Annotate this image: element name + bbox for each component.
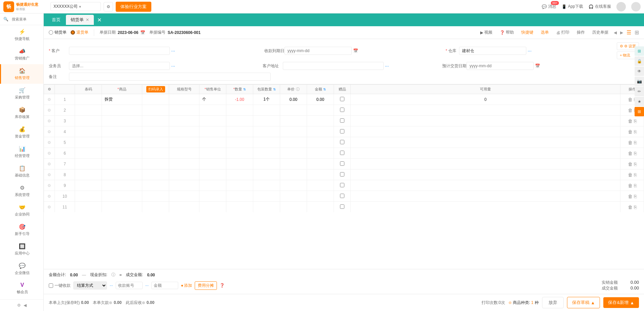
row-qty[interactable] <box>226 105 253 116</box>
row-pack-qty[interactable] <box>253 159 280 169</box>
estimated-date-input[interactable] <box>466 62 534 70</box>
copy-row-icon[interactable]: ⎘ <box>634 194 637 199</box>
delete-row-icon[interactable]: 🗑 <box>628 161 633 167</box>
row-barcode[interactable] <box>75 126 102 137</box>
row-barcode[interactable] <box>75 202 102 212</box>
sidebar-item-guide[interactable]: 🎯 新手引导 <box>0 220 43 240</box>
row-price[interactable] <box>280 126 307 137</box>
row-qty[interactable] <box>226 159 253 169</box>
delete-row-icon[interactable]: 🗑 <box>628 140 633 145</box>
row-pack-qty[interactable] <box>253 169 280 180</box>
row-price[interactable] <box>280 180 307 191</box>
float-btn-4[interactable]: 📷 <box>635 77 644 86</box>
radio-return-input[interactable] <box>71 30 75 35</box>
row-product[interactable] <box>102 116 142 126</box>
delete-row-icon[interactable]: 🗑 <box>628 194 633 199</box>
row-price[interactable] <box>280 159 307 169</box>
sidebar-item-collab[interactable]: 🤝 企业协同 <box>0 201 43 220</box>
row-pack-qty[interactable] <box>253 148 280 159</box>
row-unit[interactable] <box>199 159 226 169</box>
row-gift[interactable] <box>334 137 351 148</box>
qty-sort-icon[interactable]: ⇅ <box>243 87 246 91</box>
delete-row-icon[interactable]: 🗑 <box>628 151 633 156</box>
row-gift[interactable] <box>334 94 351 105</box>
row-product[interactable] <box>102 202 142 212</box>
row-spec[interactable] <box>169 126 199 137</box>
row-barcode[interactable] <box>75 137 102 148</box>
row-qty[interactable] <box>226 126 253 137</box>
row-amount[interactable] <box>307 105 334 116</box>
row-barcode[interactable] <box>75 94 102 105</box>
delete-row-icon[interactable]: 🗑 <box>628 97 633 102</box>
close-button[interactable]: ✕ <box>97 17 102 23</box>
row-pack-qty[interactable] <box>253 191 280 202</box>
one-click-payment-checkbox[interactable]: 一键收款 <box>49 283 71 288</box>
row-price[interactable] <box>280 202 307 212</box>
row-barcode[interactable] <box>75 148 102 159</box>
row-price[interactable] <box>280 137 307 148</box>
delete-row-icon[interactable]: 🗑 <box>628 172 633 178</box>
notes-input[interactable] <box>69 73 271 81</box>
row-amount[interactable] <box>307 180 334 191</box>
row-unit[interactable] <box>199 169 226 180</box>
copy-row-icon[interactable]: ⎘ <box>634 151 637 156</box>
row-spec[interactable] <box>169 180 199 191</box>
copy-row-icon[interactable]: ⎘ <box>634 183 637 188</box>
gift-checkbox[interactable] <box>340 183 344 187</box>
collapse-icon[interactable]: ◀ <box>24 303 27 308</box>
row-unit[interactable] <box>199 126 226 137</box>
row-price[interactable] <box>280 116 307 126</box>
row-gift[interactable] <box>334 191 351 202</box>
gift-checkbox[interactable] <box>340 140 344 144</box>
row-pack-qty[interactable] <box>253 105 280 116</box>
row-amount[interactable] <box>307 116 334 126</box>
sidebar-item-finance[interactable]: 💰 资金管理 <box>0 123 43 142</box>
gift-checkbox[interactable] <box>340 118 344 123</box>
sidebar-item-purchase[interactable]: 🛒 采购管理 <box>0 84 43 103</box>
row-gear-icon[interactable]: ⚙ <box>47 140 51 145</box>
salesperson-more-icon[interactable]: ··· <box>171 63 175 69</box>
row-price[interactable] <box>280 148 307 159</box>
row-unit[interactable] <box>199 180 226 191</box>
warehouse-more-icon[interactable]: ··· <box>528 48 532 53</box>
row-amount[interactable] <box>307 169 334 180</box>
sidebar-item-quicknav[interactable]: ⚡ 快捷导航 <box>0 25 43 45</box>
row-barcode[interactable] <box>75 169 102 180</box>
delete-row-icon[interactable]: 🗑 <box>628 129 633 134</box>
sidebar-item-member[interactable]: V 畅会员 <box>0 279 43 298</box>
row-barcode[interactable] <box>75 116 102 126</box>
radio-sale[interactable]: 销货单 <box>49 30 67 35</box>
row-pack-qty[interactable] <box>253 202 280 212</box>
row-gear-icon[interactable]: ⚙ <box>47 97 51 102</box>
company-selector[interactable]: XXXXXX公司 ▾ <box>50 2 101 11</box>
due-date-input[interactable] <box>285 47 352 55</box>
sidebar-item-basic[interactable]: 📋 基础信息 <box>0 162 43 181</box>
row-qty[interactable] <box>226 202 253 212</box>
gift-checkbox[interactable] <box>340 194 344 198</box>
gift-checkbox[interactable] <box>340 129 344 133</box>
row-gear-icon[interactable]: ⚙ <box>47 119 51 123</box>
sidebar-item-system[interactable]: ⚙ 系统管理 <box>0 181 43 201</box>
row-qty[interactable] <box>226 180 253 191</box>
avatar[interactable] <box>616 2 626 11</box>
row-amount[interactable] <box>307 94 334 105</box>
row-gift[interactable] <box>334 105 351 116</box>
delete-row-icon[interactable]: 🗑 <box>628 108 633 113</box>
pack-sort-icon[interactable]: ⇅ <box>273 87 276 91</box>
float-btn-7[interactable]: ⊞ <box>635 107 644 116</box>
row-unit[interactable] <box>199 148 226 159</box>
customer-more-icon[interactable]: ··· <box>171 48 175 53</box>
row-spec[interactable] <box>169 169 199 180</box>
row-gift[interactable] <box>334 169 351 180</box>
avatar-2[interactable] <box>631 2 641 11</box>
row-gear-icon[interactable]: ⚙ <box>47 129 51 134</box>
row-qty[interactable] <box>226 94 253 105</box>
tab-home[interactable]: 首页 <box>47 15 65 25</box>
row-barcode[interactable] <box>75 159 102 169</box>
row-unit[interactable] <box>199 116 226 126</box>
table-scroll[interactable]: ⚙ 条码 *商品 扫码录入 规格型号 <box>44 84 644 212</box>
delete-row-icon[interactable]: 🗑 <box>628 118 633 124</box>
help-btn[interactable]: ❓ 帮助 <box>498 29 516 36</box>
row-gear-icon[interactable]: ⚙ <box>47 183 51 188</box>
grid-view-icon[interactable]: ⊞ <box>635 29 639 36</box>
